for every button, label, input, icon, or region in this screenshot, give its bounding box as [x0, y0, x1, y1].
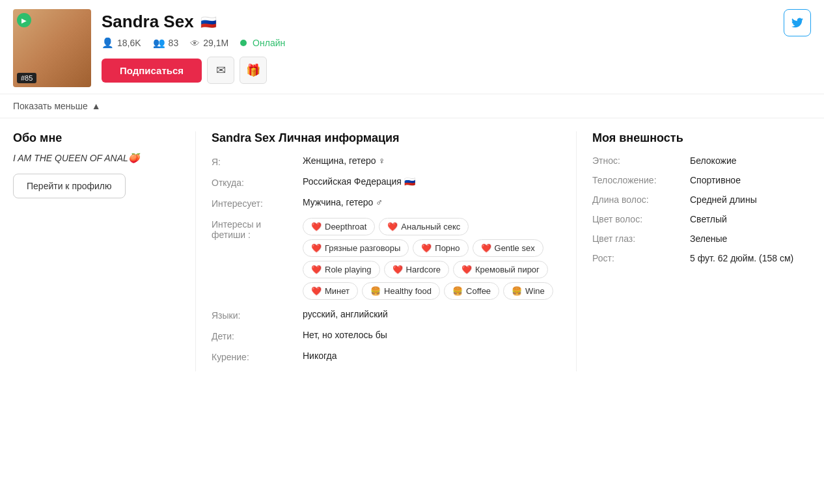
twitter-button[interactable]	[784, 9, 811, 36]
gift-button[interactable]: 🎁	[240, 57, 267, 84]
app-row-build: Телосложение: Спортивное	[592, 175, 811, 185]
top-bar: ▶ #85 Sandra Sex 🇷🇺 👤 18,6K 👥	[0, 0, 824, 94]
about-section: Обо мне I AM THE QUEEN OF ANAL🍑 Перейти …	[13, 131, 195, 371]
app-row-ethnicity: Этнос: Белокожие	[592, 155, 811, 166]
actions-row: Подписаться ✉ 🎁	[102, 57, 285, 84]
chevron-up-icon: ▲	[92, 101, 101, 111]
tags-container: ❤️Deepthroat ❤️Анальный секс ❤️Грязные р…	[303, 218, 560, 300]
app-row-hair-color: Цвет волос: Светлый	[592, 214, 811, 224]
info-row-smoking: Курение: Никогда	[212, 351, 560, 362]
followers-icon: 👤	[102, 37, 114, 49]
ethnicity-value: Белокожие	[690, 155, 737, 166]
eye-color-label: Цвет глаз:	[592, 233, 683, 244]
gender-label: Я:	[212, 155, 296, 167]
tag-dirty-talk: ❤️Грязные разговоры	[303, 239, 409, 257]
appearance-title: Моя внешность	[592, 131, 811, 145]
fetishes-label: Интересы и фетиши :	[212, 218, 296, 240]
appearance-rows: Этнос: Белокожие Телосложение: Спортивно…	[592, 155, 811, 263]
views-stat: 👁 29,1M	[190, 38, 228, 49]
following-count: 83	[169, 38, 179, 48]
tag-cream-pie: ❤️Кремовый пирог	[453, 261, 548, 278]
followers-count: 18,6K	[117, 38, 141, 48]
profile-left: ▶ #85 Sandra Sex 🇷🇺 👤 18,6K 👥	[13, 9, 285, 87]
height-label: Рост:	[592, 253, 683, 263]
subscribe-button[interactable]: Подписаться	[102, 59, 202, 83]
show-less-row[interactable]: Показать меньше ▲	[0, 94, 824, 118]
followers-stat: 👤 18,6K	[102, 37, 141, 49]
smoking-label: Курение:	[212, 351, 296, 362]
profile-info: Sandra Sex 🇷🇺 👤 18,6K 👥 83 👁 29,1M	[102, 9, 285, 84]
hair-length-label: Длина волос:	[592, 194, 683, 205]
app-row-hair-length: Длина волос: Средней длины	[592, 194, 811, 205]
about-title: Обо мне	[13, 131, 182, 145]
app-row-eye-color: Цвет глаз: Зеленые	[592, 233, 811, 244]
languages-label: Языки:	[212, 309, 296, 321]
flag-icon: 🇷🇺	[200, 14, 217, 30]
personal-title-suffix: Личная информация	[279, 131, 399, 144]
profile-name-row: Sandra Sex 🇷🇺	[102, 12, 285, 32]
smoking-value: Никогда	[303, 351, 336, 361]
following-stat: 👥 83	[153, 37, 179, 49]
hair-length-value: Средней длины	[690, 194, 757, 205]
info-table: Я: Женщина, гетеро ♀️ Откуда: Российская…	[212, 155, 560, 362]
tag-healthy-food: 🍔Healthy food	[362, 282, 440, 300]
views-icon: 👁	[190, 38, 200, 49]
following-icon: 👥	[153, 37, 165, 49]
info-row-location: Откуда: Российская Федерация 🇷🇺	[212, 176, 560, 188]
online-label: Онлайн	[253, 38, 285, 48]
avatar-wrap: ▶ #85	[13, 9, 91, 87]
info-row-fetishes: Интересы и фетиши : ❤️Deepthroat ❤️Аналь…	[212, 218, 560, 300]
info-row-languages: Языки: русский, английский	[212, 309, 560, 321]
tag-anal: ❤️Анальный секс	[379, 218, 469, 235]
info-row-interest: Интересует: Мужчина, гетеро ♂️	[212, 197, 560, 209]
tag-deepthroat: ❤️Deepthroat	[303, 218, 375, 235]
app-row-height: Рост: 5 фут. 62 дюйм. (158 см)	[592, 253, 811, 263]
tag-wine: 🍔Wine	[503, 282, 553, 300]
appearance-section: Моя внешность Этнос: Белокожие Телосложе…	[577, 131, 811, 371]
online-status: Онлайн	[240, 38, 285, 48]
height-value: 5 фут. 62 дюйм. (158 см)	[690, 253, 793, 263]
build-value: Спортивное	[690, 175, 741, 185]
tag-role-playing: ❤️Role playing	[303, 261, 380, 278]
views-count: 29,1M	[203, 38, 228, 48]
main-content: Обо мне I AM THE QUEEN OF ANAL🍑 Перейти …	[0, 118, 824, 371]
gender-value: Женщина, гетеро ♀️	[303, 155, 385, 166]
location-label: Откуда:	[212, 176, 296, 188]
hair-color-value: Светлый	[690, 214, 727, 224]
about-text: I AM THE QUEEN OF ANAL🍑	[13, 153, 182, 163]
interest-value: Мужчина, гетеро ♂️	[303, 197, 383, 207]
ethnicity-label: Этнос:	[592, 155, 683, 166]
children-value: Нет, но хотелось бы	[303, 330, 387, 340]
tag-coffee: 🍔Coffee	[444, 282, 499, 300]
goto-profile-button[interactable]: Перейти к профилю	[13, 174, 126, 198]
profile-name: Sandra Sex	[102, 12, 194, 32]
online-dot	[240, 40, 247, 46]
personal-title: Sandra Sex Личная информация	[212, 131, 560, 145]
build-label: Телосложение:	[592, 175, 683, 185]
message-button[interactable]: ✉	[207, 57, 234, 84]
tag-hardcore: ❤️Hardcore	[384, 261, 449, 278]
rank-badge: #85	[17, 73, 36, 83]
eye-color-value: Зеленые	[690, 233, 727, 244]
stats-row: 👤 18,6K 👥 83 👁 29,1M Онлайн	[102, 37, 285, 49]
tag-gentle-sex: ❤️Gentle sex	[473, 239, 543, 257]
languages-value: русский, английский	[303, 309, 388, 319]
children-label: Дети:	[212, 330, 296, 341]
personal-title-prefix: Sandra Sex	[212, 131, 275, 144]
info-row-children: Дети: Нет, но хотелось бы	[212, 330, 560, 341]
info-row-gender: Я: Женщина, гетеро ♀️	[212, 155, 560, 167]
personal-section: Sandra Sex Личная информация Я: Женщина,…	[195, 131, 577, 371]
tag-blowjob: ❤️Минет	[303, 282, 358, 300]
show-less-label: Показать меньше	[13, 101, 88, 111]
location-value: Российская Федерация 🇷🇺	[303, 176, 415, 187]
interest-label: Интересует:	[212, 197, 296, 209]
play-btn[interactable]: ▶	[17, 13, 31, 27]
tag-porno: ❤️Порно	[413, 239, 468, 257]
hair-color-label: Цвет волос:	[592, 214, 683, 224]
page-container: ▶ #85 Sandra Sex 🇷🇺 👤 18,6K 👥	[0, 0, 824, 371]
